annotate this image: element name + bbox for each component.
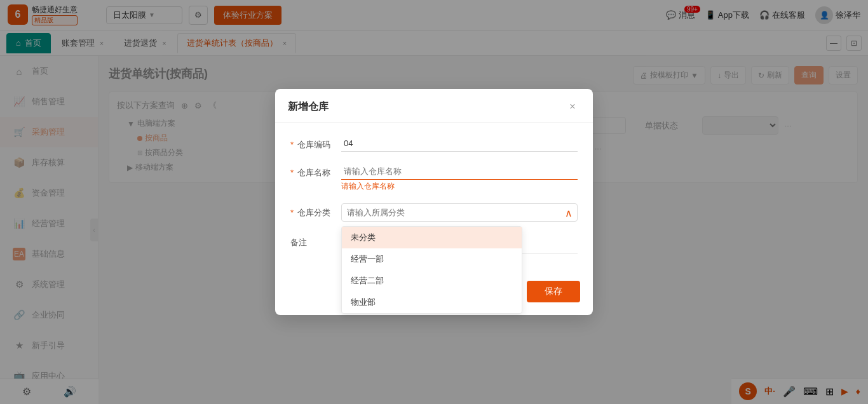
code-label: * 仓库编码 bbox=[290, 135, 341, 151]
warehouse-category-input[interactable] bbox=[341, 203, 578, 222]
dropdown-item-dept2[interactable]: 经营二部 bbox=[342, 270, 522, 292]
warehouse-modal: 新增仓库 × * 仓库编码 * 仓库名称 bbox=[275, 89, 593, 315]
warehouse-name-field: * 仓库名称 请输入仓库名称 bbox=[290, 163, 578, 192]
note-label: 备注 bbox=[290, 233, 341, 248]
category-input-wrap: ∧ 未分类 经营一部 经营二部 物业部 bbox=[341, 203, 578, 222]
name-label: * 仓库名称 bbox=[290, 163, 341, 178]
save-button[interactable]: 保存 bbox=[527, 281, 580, 302]
warehouse-code-input[interactable] bbox=[341, 135, 578, 152]
modal-title: 新增仓库 bbox=[288, 100, 329, 114]
dropdown-item-dept1[interactable]: 经营一部 bbox=[342, 248, 522, 270]
modal-close-button[interactable]: × bbox=[565, 99, 580, 114]
category-dropdown: 未分类 经营一部 经营二部 物业部 bbox=[341, 226, 522, 314]
required-star-category: * bbox=[290, 208, 294, 217]
category-label: * 仓库分类 bbox=[290, 203, 341, 219]
dropdown-item-property[interactable]: 物业部 bbox=[342, 292, 522, 313]
required-star-name: * bbox=[290, 168, 294, 177]
warehouse-name-input[interactable] bbox=[341, 163, 578, 180]
code-input-wrap bbox=[341, 135, 578, 152]
modal-header: 新增仓库 × bbox=[275, 89, 593, 123]
dropdown-item-uncategorized[interactable]: 未分类 bbox=[342, 227, 522, 248]
modal-overlay: 新增仓库 × * 仓库编码 * 仓库名称 bbox=[0, 0, 868, 404]
required-star-code: * bbox=[290, 140, 294, 149]
name-input-wrap: 请输入仓库名称 bbox=[341, 163, 578, 192]
modal-body: * 仓库编码 * 仓库名称 请输入仓库名称 bbox=[275, 123, 593, 273]
warehouse-code-field: * 仓库编码 bbox=[290, 135, 578, 152]
name-error-tip: 请输入仓库名称 bbox=[341, 181, 578, 192]
warehouse-category-field: * 仓库分类 ∧ 未分类 经营一部 经营二部 物业部 bbox=[290, 203, 578, 222]
